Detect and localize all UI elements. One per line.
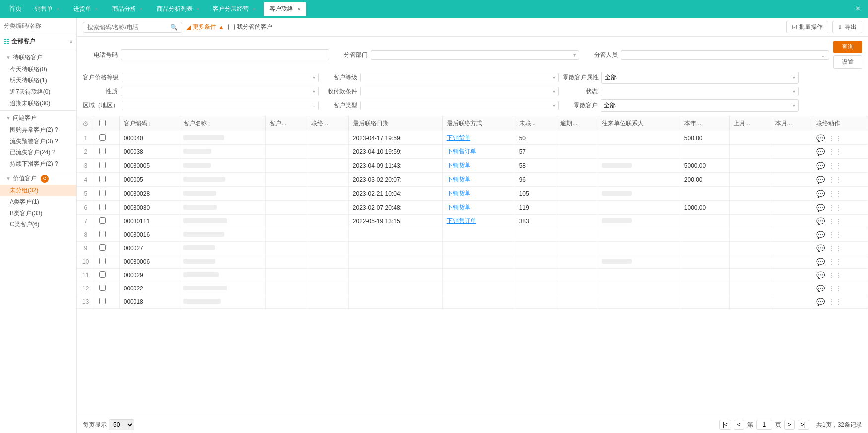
- chat-icon[interactable]: 💬: [816, 176, 825, 184]
- row-checkbox[interactable]: [99, 176, 106, 182]
- chat-icon[interactable]: 💬: [816, 204, 825, 212]
- sidebar-item-abnormal[interactable]: 囤购异常客户(2) ?: [0, 124, 76, 136]
- sidebar-item-a-class[interactable]: A类客户(1): [0, 196, 76, 208]
- col-code-sort-icon[interactable]: ↕: [148, 120, 151, 127]
- row-checkbox[interactable]: [99, 204, 106, 210]
- more-icon[interactable]: ⋮⋮: [828, 204, 842, 212]
- more-icon[interactable]: ⋮⋮: [828, 217, 842, 225]
- window-close-icon[interactable]: ×: [852, 4, 864, 13]
- sidebar-item-lost[interactable]: 已流失客户(24) ?: [0, 147, 76, 158]
- dept-select[interactable]: ▾: [371, 50, 579, 60]
- last-method-link[interactable]: 下销售订单: [447, 148, 476, 155]
- tab-product-analysis-list[interactable]: 商品分析列表 ×: [151, 2, 205, 16]
- tab-customer-segmentation[interactable]: 客户分层经营 ×: [207, 2, 262, 16]
- batch-operation-button[interactable]: ☑ 批量操作: [786, 21, 828, 33]
- more-icon[interactable]: ⋮⋮: [828, 190, 842, 198]
- more-icon[interactable]: ⋮⋮: [828, 162, 842, 170]
- filter-more-conditions[interactable]: ◢ 更多条件 ▲: [186, 23, 224, 31]
- settings-gear-icon[interactable]: ⚙: [82, 120, 89, 128]
- last-page-button[interactable]: >|: [798, 420, 809, 430]
- filter-search-icon[interactable]: 🔍: [170, 24, 178, 31]
- chat-icon[interactable]: 💬: [816, 162, 825, 170]
- sidebar-item-tomorrow[interactable]: 明天待联络(1): [0, 75, 76, 86]
- tab-customer-contact-close[interactable]: ×: [297, 6, 300, 12]
- select-all-checkbox[interactable]: [99, 120, 106, 126]
- sidebar-item-c-class[interactable]: C类客户(6): [0, 219, 76, 230]
- sidebar-group-pending[interactable]: ▼ 待联络客户: [0, 51, 76, 64]
- row-checkbox[interactable]: [99, 271, 106, 278]
- chat-icon[interactable]: 💬: [816, 231, 825, 239]
- more-icon[interactable]: ⋮⋮: [828, 231, 842, 239]
- tab-sales-close[interactable]: ×: [57, 6, 60, 12]
- retail-attr-select[interactable]: 全部 ▾: [601, 72, 799, 84]
- chat-icon[interactable]: 💬: [816, 285, 825, 292]
- staff-select[interactable]: ...: [621, 50, 829, 60]
- last-method-link[interactable]: 下销货单: [447, 204, 470, 211]
- chat-icon[interactable]: 💬: [816, 134, 825, 142]
- sidebar-item-churn[interactable]: 流失预警客户(3) ?: [0, 136, 76, 147]
- last-method-link[interactable]: 下销货单: [447, 162, 470, 169]
- sidebar-search-input[interactable]: [4, 22, 77, 29]
- chat-icon[interactable]: 💬: [816, 148, 825, 156]
- last-method-link[interactable]: 下销售订单: [447, 217, 476, 224]
- tab-purchase[interactable]: 进货单 ×: [67, 2, 104, 16]
- tab-product-analysis-list-close[interactable]: ×: [197, 6, 200, 12]
- prev-page-button[interactable]: <: [734, 420, 744, 430]
- last-method-link[interactable]: 下销货单: [447, 134, 470, 141]
- next-page-button[interactable]: >: [784, 420, 795, 430]
- row-checkbox[interactable]: [99, 231, 106, 237]
- customer-level-select[interactable]: ▾: [360, 73, 558, 82]
- region-select[interactable]: ...: [122, 101, 319, 110]
- chat-icon[interactable]: 💬: [816, 298, 825, 306]
- row-checkbox[interactable]: [99, 244, 106, 251]
- retail-customer-select[interactable]: 全部 ▾: [601, 99, 799, 112]
- sidebar-item-unclassified[interactable]: 未分组(32): [0, 185, 76, 196]
- sidebar-collapse-icon[interactable]: «: [69, 39, 72, 44]
- tab-customer-contact[interactable]: 客户联络 ×: [264, 2, 306, 16]
- more-icon[interactable]: ⋮⋮: [828, 244, 842, 252]
- payment-select[interactable]: ▾: [360, 87, 558, 96]
- first-page-button[interactable]: |<: [719, 420, 731, 430]
- chat-icon[interactable]: 💬: [816, 217, 825, 225]
- more-icon[interactable]: ⋮⋮: [828, 134, 842, 142]
- price-refresh-badge[interactable]: ↺: [41, 175, 49, 183]
- page-number-input[interactable]: [756, 420, 772, 430]
- chat-icon[interactable]: 💬: [816, 271, 825, 279]
- chat-icon[interactable]: 💬: [816, 258, 825, 266]
- tab-sales[interactable]: 销售单 ×: [29, 2, 66, 16]
- page-size-select[interactable]: 20 50 100: [109, 419, 134, 430]
- more-icon[interactable]: ⋮⋮: [828, 258, 842, 266]
- status-select[interactable]: ▾: [601, 87, 799, 96]
- sidebar-item-overdue[interactable]: 逾期未联络(30): [0, 98, 76, 109]
- sidebar-item-today[interactable]: 今天待联络(0): [0, 64, 76, 75]
- more-icon[interactable]: ⋮⋮: [828, 148, 842, 156]
- nav-home[interactable]: 首页: [4, 4, 27, 13]
- row-checkbox[interactable]: [99, 190, 106, 196]
- chat-icon[interactable]: 💬: [816, 244, 825, 252]
- sidebar-group-problem[interactable]: ▼ 问题客户: [0, 112, 76, 124]
- last-method-link[interactable]: 下销货单: [447, 176, 470, 183]
- more-icon[interactable]: ⋮⋮: [828, 271, 842, 279]
- gender-select[interactable]: ▾: [121, 87, 319, 96]
- last-method-link[interactable]: 下销货单: [447, 190, 470, 197]
- sidebar-all-customers[interactable]: ☷ 全部客户 «: [0, 34, 76, 49]
- filter-search-input[interactable]: [87, 24, 168, 31]
- export-button[interactable]: ⇓ 导出: [832, 21, 862, 33]
- reset-button[interactable]: 设置: [833, 55, 862, 69]
- my-customers-checkbox-label[interactable]: 我分管的客户: [228, 23, 272, 31]
- query-button[interactable]: 查询: [833, 41, 862, 53]
- sidebar-item-declining[interactable]: 持续下滑客户(2) ?: [0, 158, 76, 170]
- row-checkbox[interactable]: [99, 258, 106, 264]
- sidebar-item-b-class[interactable]: B类客户(33): [0, 208, 76, 219]
- phone-input[interactable]: [121, 49, 329, 60]
- chat-icon[interactable]: 💬: [816, 190, 825, 198]
- tab-product-analysis[interactable]: 商品分析 ×: [106, 2, 149, 16]
- my-customers-checkbox[interactable]: [228, 24, 235, 30]
- price-level-select[interactable]: ▾: [122, 73, 319, 82]
- row-checkbox[interactable]: [99, 134, 106, 141]
- sidebar-item-7days[interactable]: 近7天待联络(0): [0, 86, 76, 98]
- sidebar-group-price[interactable]: ▼ 价值客户 ↺: [0, 172, 76, 185]
- more-icon[interactable]: ⋮⋮: [828, 285, 842, 292]
- row-checkbox[interactable]: [99, 298, 106, 304]
- row-checkbox[interactable]: [99, 217, 106, 224]
